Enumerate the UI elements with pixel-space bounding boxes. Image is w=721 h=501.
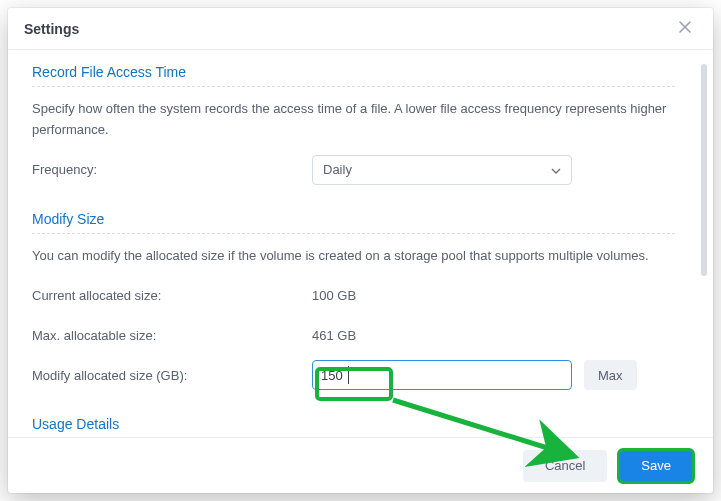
section-heading-modify-size: Modify Size — [32, 211, 675, 227]
dialog-footer: Cancel Save — [8, 437, 713, 493]
frequency-value: Daily — [323, 162, 352, 177]
max-size-label: Max. allocatable size: — [32, 328, 312, 343]
section-divider — [32, 233, 675, 234]
modify-size-input[interactable] — [312, 360, 572, 390]
record-access-description: Specify how often the system records the… — [32, 99, 675, 141]
section-heading-usage-details: Usage Details — [32, 416, 675, 432]
current-size-label: Current allocated size: — [32, 288, 312, 303]
dialog-titlebar: Settings — [8, 8, 713, 50]
close-icon — [678, 18, 692, 39]
close-button[interactable] — [673, 17, 697, 41]
current-size-value: 100 GB — [312, 288, 356, 303]
scrollbar[interactable] — [699, 50, 713, 437]
frequency-label: Frequency: — [32, 162, 312, 177]
max-size-value: 461 GB — [312, 328, 356, 343]
modify-size-description: You can modify the allocated size if the… — [32, 246, 675, 267]
dialog-title: Settings — [24, 21, 673, 37]
section-heading-record-access: Record File Access Time — [32, 64, 675, 80]
modify-size-label: Modify allocated size (GB): — [32, 368, 312, 383]
text-caret — [348, 366, 349, 384]
settings-dialog: Settings Record File Access Time Specify… — [8, 8, 713, 493]
scrollbar-thumb[interactable] — [701, 64, 707, 276]
save-button[interactable]: Save — [619, 450, 693, 482]
dialog-content: Record File Access Time Specify how ofte… — [8, 50, 699, 437]
cancel-button[interactable]: Cancel — [523, 450, 607, 482]
max-button[interactable]: Max — [584, 360, 637, 390]
chevron-down-icon — [551, 162, 561, 177]
section-divider — [32, 86, 675, 87]
frequency-select[interactable]: Daily — [312, 155, 572, 185]
